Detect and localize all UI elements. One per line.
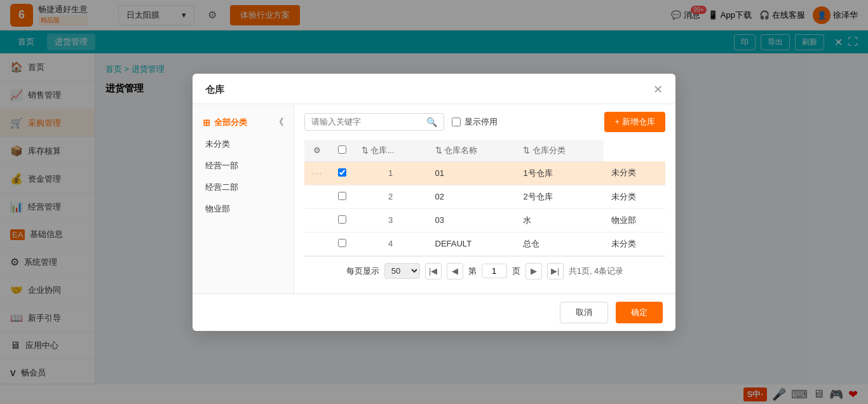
row-category: 未分类 bbox=[604, 232, 665, 255]
row-code: 01 bbox=[428, 161, 516, 185]
prev-page-button[interactable]: ◀ bbox=[447, 263, 463, 279]
row-checkbox-cell bbox=[330, 232, 354, 255]
sidebar-collapse-icon[interactable]: 《 bbox=[275, 117, 283, 128]
row-code: 03 bbox=[428, 208, 516, 232]
sort-icon-name: ⇅ bbox=[435, 145, 442, 155]
more-icon[interactable]: ··· bbox=[312, 168, 323, 178]
page-number-input[interactable] bbox=[482, 264, 507, 278]
row-checkbox[interactable] bbox=[338, 239, 346, 247]
cancel-button[interactable]: 取消 bbox=[560, 302, 608, 323]
row-code: DEFAULT bbox=[428, 232, 516, 255]
row-checkbox-cell bbox=[330, 185, 354, 208]
add-warehouse-label: 新增仓库 bbox=[622, 116, 655, 128]
show-disabled-wrap: 显示停用 bbox=[452, 116, 498, 128]
row-category: 未分类 bbox=[604, 161, 665, 185]
row-num: 3 bbox=[354, 208, 428, 232]
modal-header: 仓库 ✕ bbox=[193, 74, 675, 104]
plus-icon: + bbox=[614, 117, 620, 126]
show-disabled-checkbox[interactable] bbox=[452, 118, 461, 126]
row-code: 02 bbox=[428, 185, 516, 208]
modal-title: 仓库 bbox=[205, 84, 224, 96]
pagination-bar: 每页显示 50 100 |◀ ◀ 第 页 ▶ ▶| 共1页, 4条记录 bbox=[304, 256, 665, 286]
modal-body: ⊞ 全部分类 《 未分类 经营一部 经营二部 物业部 🔍 bbox=[193, 104, 675, 293]
table-row[interactable]: 3 03 水 物业部 bbox=[304, 208, 665, 232]
row-checkbox[interactable] bbox=[338, 168, 346, 177]
row-gear-cell bbox=[304, 185, 330, 208]
col-category: ⇅ 仓库分类 bbox=[515, 140, 604, 162]
category-item-ops1[interactable]: 经营一部 bbox=[193, 155, 294, 177]
category-item-property[interactable]: 物业部 bbox=[193, 198, 294, 220]
category-item-uncategorized[interactable]: 未分类 bbox=[193, 133, 294, 155]
row-num: 1 bbox=[354, 161, 428, 185]
modal-overlay: 仓库 ✕ ⊞ 全部分类 《 未分类 经营一部 经营二部 物业部 bbox=[0, 0, 868, 404]
page-suffix: 页 bbox=[512, 266, 520, 277]
search-input[interactable] bbox=[311, 117, 423, 126]
row-category: 物业部 bbox=[604, 208, 665, 232]
all-category-header[interactable]: ⊞ 全部分类 《 bbox=[193, 112, 294, 133]
row-category: 未分类 bbox=[604, 185, 665, 208]
all-category-label: 全部分类 bbox=[214, 117, 247, 128]
col-name: ⇅ 仓库名称 bbox=[428, 140, 516, 162]
modal-action-footer: 取消 确定 bbox=[193, 293, 675, 331]
sort-icon: ⇅ bbox=[362, 145, 369, 155]
sort-icon-cat: ⇅ bbox=[523, 145, 530, 155]
row-num: 4 bbox=[354, 232, 428, 255]
grid-icon: ⊞ bbox=[203, 118, 210, 128]
confirm-button[interactable]: 确定 bbox=[616, 302, 663, 323]
search-icon: 🔍 bbox=[426, 117, 437, 127]
show-disabled-label: 显示停用 bbox=[465, 116, 498, 128]
row-checkbox-cell bbox=[330, 161, 354, 185]
row-gear-cell: ··· bbox=[304, 161, 330, 185]
row-num: 2 bbox=[354, 185, 428, 208]
add-warehouse-button[interactable]: + 新增仓库 bbox=[604, 112, 665, 132]
page-total: 共1页, 4条记录 bbox=[569, 266, 624, 277]
page-label: 第 bbox=[468, 266, 477, 277]
col-gear: ⚙ bbox=[304, 140, 330, 162]
row-name: 1号仓库 bbox=[515, 161, 604, 185]
select-all-checkbox[interactable] bbox=[338, 145, 346, 154]
table-row[interactable]: ··· 1 01 1号仓库 未分类 bbox=[304, 161, 665, 185]
warehouse-modal: 仓库 ✕ ⊞ 全部分类 《 未分类 经营一部 经营二部 物业部 bbox=[193, 74, 675, 331]
last-page-button[interactable]: ▶| bbox=[547, 263, 564, 279]
modal-category-sidebar: ⊞ 全部分类 《 未分类 经营一部 经营二部 物业部 bbox=[193, 104, 294, 293]
per-page-label: 每页显示 bbox=[346, 266, 379, 277]
row-checkbox[interactable] bbox=[338, 192, 346, 200]
table-row[interactable]: 4 DEFAULT 总仓 未分类 bbox=[304, 232, 665, 255]
table-row[interactable]: 2 02 2号仓库 未分类 bbox=[304, 185, 665, 208]
col-code: ⇅ 仓库... bbox=[354, 140, 428, 162]
row-checkbox-cell bbox=[330, 208, 354, 232]
row-gear-cell bbox=[304, 208, 330, 232]
category-item-ops2[interactable]: 经营二部 bbox=[193, 177, 294, 198]
warehouse-table: ⚙ ⇅ 仓库... ⇅ 仓库名称 bbox=[304, 140, 665, 256]
first-page-button[interactable]: |◀ bbox=[425, 263, 442, 279]
search-input-wrap[interactable]: 🔍 bbox=[304, 113, 444, 131]
row-name: 2号仓库 bbox=[515, 185, 604, 208]
modal-close-button[interactable]: ✕ bbox=[653, 84, 663, 95]
col-checkbox bbox=[330, 140, 354, 162]
next-page-button[interactable]: ▶ bbox=[526, 263, 542, 279]
per-page-select[interactable]: 50 100 bbox=[384, 263, 420, 279]
row-name: 总仓 bbox=[515, 232, 604, 255]
row-name: 水 bbox=[515, 208, 604, 232]
modal-toolbar: 🔍 显示停用 + 新增仓库 bbox=[304, 112, 665, 132]
modal-table-area: 🔍 显示停用 + 新增仓库 bbox=[294, 104, 675, 293]
row-checkbox[interactable] bbox=[338, 215, 346, 224]
row-gear-cell bbox=[304, 232, 330, 255]
